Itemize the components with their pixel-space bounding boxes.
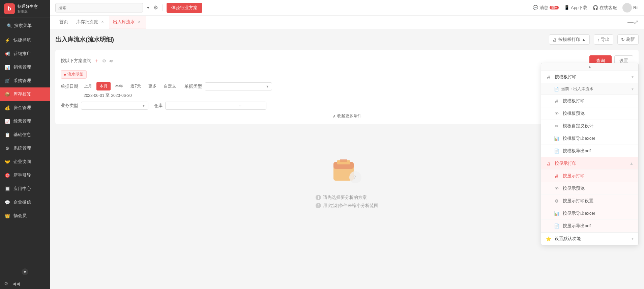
- custom-date-btn[interactable]: 自定义: [161, 82, 179, 90]
- purchase-icon: 🛒: [4, 77, 11, 84]
- display-print-header-arrow: ▲: [630, 161, 634, 166]
- default-icon: ⭐: [546, 236, 551, 241]
- sidebar-item-enterprise-wechat[interactable]: 💬 企业微信: [0, 195, 50, 209]
- display-preview-item[interactable]: 👁 按显示预览: [541, 182, 638, 195]
- step2-text: 用[过滤]条件来缩小分析范围: [323, 203, 378, 209]
- template-pdf-label: 按模板导出pdf: [563, 148, 591, 154]
- template-print-item[interactable]: 🖨 按模板打印: [541, 95, 638, 107]
- this-month-btn[interactable]: 本月: [96, 82, 111, 90]
- collapse-sidebar-icon[interactable]: ◀◀: [12, 281, 20, 286]
- sidebar-logo: b 畅通好生意 标准版: [0, 0, 50, 18]
- empty-illustration: ?: [330, 155, 364, 189]
- print-button[interactable]: 🖨 按模板打印 ▲: [549, 34, 590, 45]
- template-preview-item[interactable]: 👁 按模板预览: [541, 107, 638, 120]
- sidebar-item-beginner[interactable]: 🎯 新手引导: [0, 168, 50, 182]
- print-dropdown-arrow[interactable]: ▲: [582, 37, 586, 42]
- topbar-gear-icon[interactable]: ⚙: [153, 4, 158, 11]
- avatar: [622, 3, 632, 12]
- message-button[interactable]: 💬 消息 99+: [533, 5, 559, 11]
- search-icon: 🔍: [7, 23, 12, 28]
- current-selection: 📄 当前：出入库流水 ▾: [541, 83, 638, 95]
- print-label: 按模板打印: [558, 36, 580, 43]
- topbar-search-wrap[interactable]: [55, 3, 143, 12]
- filter-collapse-icon[interactable]: ≪: [109, 58, 114, 63]
- template-excel-item[interactable]: 📊 按模板导出excel: [541, 132, 638, 145]
- sidebar-item-label: 库存核算: [13, 91, 31, 97]
- quick-nav-icon: ⚡: [4, 37, 11, 44]
- scroll-up-indicator[interactable]: ▲: [541, 63, 638, 71]
- sidebar-item-operations[interactable]: 📈 经营管理: [0, 114, 50, 128]
- sidebar-scroll-down[interactable]: ▼: [22, 268, 28, 275]
- last-7days-btn[interactable]: 近7天: [127, 82, 144, 90]
- sidebar-item-membership[interactable]: 👑 畅会员: [0, 209, 50, 222]
- export-button[interactable]: ↑ 导出: [594, 34, 614, 45]
- sidebar-item-enterprise-coop[interactable]: 🤝 企业协同: [0, 155, 50, 168]
- display-print-settings-item[interactable]: ⚙ 按显示打印设置: [541, 195, 638, 207]
- topbar-search-input[interactable]: [55, 3, 143, 12]
- filter-date-item: 单据日期 上月 本月 本年 近7天 更多 自定义: [61, 82, 179, 90]
- sidebar-item-quick-nav[interactable]: ⚡ 快捷导航: [0, 33, 50, 47]
- tab-home[interactable]: 首页: [55, 16, 72, 28]
- template-print-header[interactable]: 🖨 按模板打印 ▾: [541, 71, 638, 83]
- enterprise-wechat-icon: 💬: [4, 199, 11, 206]
- sidebar-item-inventory[interactable]: 📦 库存核算: [0, 87, 50, 101]
- sidebar-item-finance[interactable]: 💰 资金管理: [0, 101, 50, 114]
- expand-icon[interactable]: ⤢: [634, 19, 639, 26]
- display-print-item[interactable]: 🖨 按显示打印: [541, 170, 638, 182]
- enterprise-coop-icon: 🤝: [4, 158, 11, 165]
- sidebar-item-system[interactable]: ⚙ 系统管理: [0, 141, 50, 155]
- date-label: 单据日期: [61, 83, 78, 89]
- more-date-btn[interactable]: 更多: [145, 82, 159, 90]
- app-download-button[interactable]: 📱 App下载: [564, 5, 587, 11]
- user-avatar-area[interactable]: Rit: [622, 3, 639, 12]
- this-year-btn[interactable]: 本年: [112, 82, 126, 90]
- tab-batch-account[interactable]: 库存批次账 ×: [72, 16, 109, 28]
- tab-stock-flow[interactable]: 出入库流水 ×: [109, 16, 146, 28]
- warehouse-item: 仓库 ···: [154, 102, 266, 110]
- last-month-btn[interactable]: 上月: [81, 82, 95, 90]
- sidebar-item-app-center[interactable]: 🔲 应用中心: [0, 182, 50, 195]
- search-menu-button[interactable]: 🔍 搜索菜单: [4, 21, 46, 31]
- minimize-icon[interactable]: —: [627, 19, 634, 26]
- message-badge: 99+: [550, 6, 559, 9]
- version-label: 标准版: [18, 9, 38, 14]
- message-label: 消息: [539, 5, 548, 11]
- customer-service-button[interactable]: 🎧 在线客服: [593, 5, 617, 11]
- logo-text: 畅通好生意 标准版: [18, 4, 38, 14]
- message-icon: 💬: [533, 5, 538, 10]
- settings-bottom-icon[interactable]: ⚙: [4, 281, 8, 286]
- print-sub-icon: 🖨: [554, 98, 559, 104]
- sidebar-item-label: 经营管理: [13, 118, 31, 124]
- page-actions: 🖨 按模板打印 ▲ ↑ 导出 ↻ 刷新: [549, 34, 639, 45]
- business-type-select[interactable]: ▾: [81, 102, 148, 110]
- warehouse-select[interactable]: ···: [165, 102, 266, 110]
- close-stock-flow-tab-icon[interactable]: ×: [137, 20, 142, 24]
- refresh-button[interactable]: ↻ 刷新: [617, 34, 639, 45]
- sidebar-navigation: ⚡ 快捷导航 📢 营销推广 📊 销售管理 🛒 采购管理 📦 库存核算 💰 资金管…: [0, 33, 50, 267]
- business-dropdown-arrow: ▾: [143, 103, 145, 108]
- warehouse-more-icon[interactable]: ···: [239, 103, 242, 108]
- display-pdf-item[interactable]: 📄 按显示导出pdf: [541, 220, 638, 232]
- display-print-header[interactable]: 🖨 按显示打印 ▲: [541, 157, 638, 170]
- sidebar-search[interactable]: 🔍 搜索菜单: [0, 18, 50, 33]
- topbar-dropdown-arrow[interactable]: ▾: [147, 5, 149, 10]
- type-label: 单据类型: [184, 83, 202, 89]
- sidebar-item-marketing[interactable]: 📢 营销推广: [0, 47, 50, 60]
- sidebar-item-sales[interactable]: 📊 销售管理: [0, 60, 50, 74]
- display-excel-item[interactable]: 📊 按显示导出excel: [541, 207, 638, 220]
- close-batch-tab-icon[interactable]: ×: [100, 20, 105, 24]
- template-pdf-item[interactable]: 📄 按模板导出pdf: [541, 145, 638, 157]
- basic-info-icon: 📋: [4, 131, 11, 138]
- type-select[interactable]: ▾: [205, 82, 272, 90]
- template-design-item[interactable]: ✏ 模板自定义设计: [541, 120, 638, 132]
- filter-settings-icon[interactable]: ⚙: [102, 58, 106, 63]
- active-filter-tag[interactable]: ● 流水明细: [61, 70, 87, 79]
- topbar-divider: [162, 4, 163, 11]
- filter-add-icon[interactable]: ＋: [94, 57, 99, 64]
- sidebar-item-basic-info[interactable]: 📋 基础信息: [0, 128, 50, 141]
- sidebar-item-purchase[interactable]: 🛒 采购管理: [0, 74, 50, 87]
- set-default-item[interactable]: ⭐ 设置默认功能 ▾: [541, 232, 638, 245]
- topbar-right: 💬 消息 99+ 📱 App下载 🎧 在线客服 Rit: [533, 3, 639, 12]
- preview-sub-icon: 👁: [554, 111, 559, 116]
- trial-button[interactable]: 体验行业方案: [167, 3, 202, 13]
